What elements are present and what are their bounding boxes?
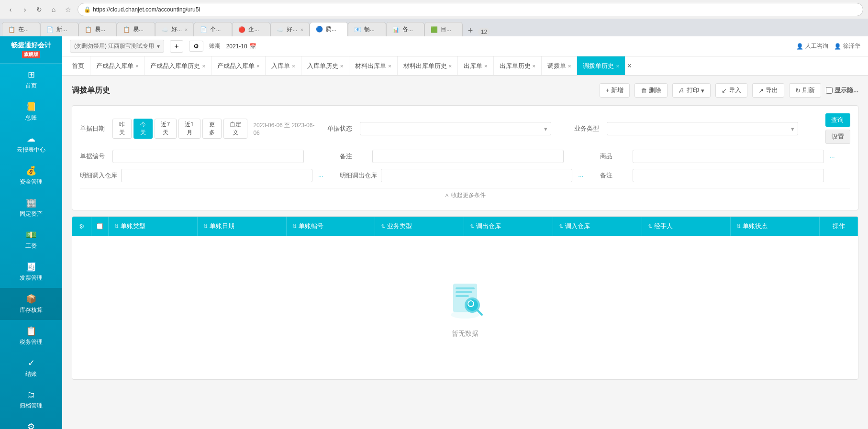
- th-checkbox[interactable]: [91, 217, 109, 236]
- nav-tab-product-in-close[interactable]: ×: [135, 63, 138, 69]
- nav-tab-in-close[interactable]: ×: [292, 63, 295, 69]
- date-btn-7days[interactable]: 近7天: [155, 119, 177, 139]
- sidebar-item-home[interactable]: ⊞ 首页: [0, 64, 62, 96]
- filter-settings-button[interactable]: 设置: [825, 130, 850, 144]
- refresh-button[interactable]: ↻ 刷新: [789, 83, 821, 98]
- nav-tab-material-out-history-close[interactable]: ×: [449, 63, 452, 69]
- nav-tab-product-in-history[interactable]: 产成品入库单历史 ×: [145, 56, 211, 76]
- nav-tab-material-out-history[interactable]: 材料出库单历史 ×: [398, 56, 458, 76]
- date-btn-yesterday[interactable]: 昨天: [112, 119, 132, 139]
- nav-tab-product-in2-close[interactable]: ×: [256, 63, 259, 69]
- nav-tab-out-close[interactable]: ×: [484, 63, 487, 69]
- nav-tab-product-in-history-close[interactable]: ×: [202, 63, 205, 69]
- browser-tab-1[interactable]: 📋 在...: [2, 22, 40, 36]
- customer-service[interactable]: 👤 人工咨询: [796, 42, 828, 50]
- th-out-warehouse[interactable]: ⇅ 调出仓库: [464, 217, 553, 236]
- sidebar-item-archive[interactable]: 🗂 归档管理: [0, 384, 62, 416]
- sidebar-item-ledger[interactable]: 📒 总账: [0, 96, 62, 128]
- th-status[interactable]: ⇅ 单账状态: [731, 217, 820, 236]
- nav-tab-out-history[interactable]: 出库单历史 ×: [494, 56, 542, 76]
- note-input[interactable]: [633, 169, 824, 182]
- nav-tab-transfer-history[interactable]: 调拨单历史 ×: [577, 56, 625, 76]
- sidebar-item-reports[interactable]: ☁ 云报表中心: [0, 128, 62, 160]
- th-settings[interactable]: ⚙: [72, 217, 91, 236]
- browser-tab-10[interactable]: 📊 各...: [386, 22, 424, 36]
- browser-tab-4[interactable]: 📋 易...: [117, 22, 155, 36]
- browser-tab-3[interactable]: 📋 易...: [78, 22, 117, 36]
- sidebar-item-finance[interactable]: 💰 资金管理: [0, 160, 62, 192]
- docno-input[interactable]: [112, 150, 304, 163]
- nav-tab-in[interactable]: 入库单 ×: [266, 56, 301, 76]
- th-type[interactable]: ⇅ 单账类型: [109, 217, 198, 236]
- out-warehouse-input[interactable]: [381, 169, 572, 182]
- nav-tab-out-history-close[interactable]: ×: [533, 63, 535, 69]
- nav-tab-product-in2[interactable]: 产成品入库单 ×: [211, 56, 266, 76]
- delete-button[interactable]: 🗑 删除: [634, 83, 668, 98]
- in-warehouse-input[interactable]: [121, 169, 312, 182]
- remark-input[interactable]: [372, 150, 564, 163]
- date-btn-more[interactable]: 更多: [202, 119, 222, 139]
- th-date[interactable]: ⇅ 单账日期: [198, 217, 287, 236]
- nav-tab-in-history[interactable]: 入库单历史 ×: [301, 56, 349, 76]
- nav-tab-home[interactable]: 首页: [66, 56, 90, 76]
- import-button[interactable]: ↙ 导入: [715, 83, 747, 98]
- back-button[interactable]: ‹: [5, 4, 16, 15]
- tab-close-5[interactable]: ×: [185, 27, 188, 33]
- nav-tab-transfer[interactable]: 调拨单 ×: [542, 56, 577, 76]
- address-bar[interactable]: 🔒 https://cloud.chanjet.com/accounting/u…: [78, 3, 863, 16]
- browser-tab-active[interactable]: 🔵 腾...: [310, 22, 348, 36]
- goods-input[interactable]: [633, 150, 824, 163]
- browser-tab-8[interactable]: ☁️ 好... ×: [270, 22, 309, 36]
- period-value[interactable]: 2021-10 📅: [226, 43, 256, 50]
- sidebar-item-inventory[interactable]: 📦 库存核算: [0, 288, 62, 320]
- status-select[interactable]: [360, 122, 551, 135]
- th-no[interactable]: ⇅ 单账编号: [287, 217, 376, 236]
- print-button[interactable]: 🖨 打印 ▾: [672, 83, 711, 98]
- nav-tab-material-out-close[interactable]: ×: [388, 63, 391, 69]
- nav-tab-material-out[interactable]: 材料出库单 ×: [349, 56, 397, 76]
- th-in-warehouse[interactable]: ⇅ 调入仓库: [553, 217, 642, 236]
- browser-tab-7[interactable]: 🔴 企...: [232, 22, 270, 36]
- tab-close-8[interactable]: ×: [300, 27, 303, 33]
- home-button[interactable]: ⌂: [48, 4, 59, 15]
- collapse-bar[interactable]: ∧ 收起更多条件: [80, 188, 850, 202]
- th-handler[interactable]: ⇅ 经手人: [642, 217, 731, 236]
- date-btn-1month[interactable]: 近1月: [178, 119, 200, 139]
- nav-tab-transfer-history-close[interactable]: ×: [616, 63, 619, 69]
- nav-tab-in-history-close[interactable]: ×: [340, 63, 343, 69]
- nav-tab-product-in[interactable]: 产成品入库单 ×: [90, 56, 145, 76]
- browser-tab-5[interactable]: ☁️ 好... ×: [155, 22, 194, 36]
- show-cols-checkbox[interactable]: [826, 87, 833, 94]
- sidebar-item-assets[interactable]: 🏢 固定资产: [0, 192, 62, 224]
- forward-button[interactable]: ›: [19, 4, 31, 15]
- company-selector[interactable]: (勿删勿禁用) 江西服宝测试专用 ▾: [70, 40, 164, 53]
- out-warehouse-picker-icon[interactable]: ···: [578, 172, 583, 179]
- browser-tab-11[interactable]: 🟩 目...: [424, 22, 463, 36]
- add-company-button[interactable]: +: [170, 40, 183, 53]
- date-btn-today[interactable]: 今天: [134, 119, 153, 139]
- biztype-select[interactable]: [607, 122, 798, 135]
- goods-picker-icon[interactable]: ···: [830, 153, 835, 160]
- export-button[interactable]: ↗ 导出: [752, 83, 784, 98]
- date-btn-custom[interactable]: 自定义: [223, 119, 248, 139]
- th-biztype[interactable]: ⇅ 业务类型: [375, 217, 464, 236]
- new-button[interactable]: + 新增: [600, 83, 630, 98]
- close-all-tabs-button[interactable]: ×: [627, 62, 632, 70]
- sidebar-item-invoice[interactable]: 🧾 发票管理: [0, 256, 62, 288]
- browser-tab-2[interactable]: 📄 新...: [40, 22, 78, 36]
- new-tab-button[interactable]: +: [465, 25, 476, 36]
- gear-settings-button[interactable]: ⚙: [189, 41, 203, 52]
- sidebar-item-tax[interactable]: 📋 税务管理: [0, 320, 62, 352]
- refresh-browser-button[interactable]: ↻: [33, 4, 45, 15]
- nav-tab-out[interactable]: 出库单 ×: [458, 56, 493, 76]
- star-button[interactable]: ☆: [62, 4, 74, 15]
- select-all-checkbox[interactable]: [97, 223, 103, 230]
- nav-tab-transfer-close[interactable]: ×: [568, 63, 571, 69]
- browser-tab-6[interactable]: 📄 个...: [194, 22, 232, 36]
- user-info[interactable]: 👤 徐泽华: [834, 42, 860, 50]
- sidebar-item-settings[interactable]: ⚙ 基础设置: [0, 416, 62, 429]
- sidebar-item-salary[interactable]: 💵 工资: [0, 224, 62, 256]
- sidebar-item-close[interactable]: ✓ 结账: [0, 352, 62, 384]
- browser-tab-9[interactable]: 📧 畅...: [348, 22, 386, 36]
- in-warehouse-picker-icon[interactable]: ···: [318, 172, 323, 179]
